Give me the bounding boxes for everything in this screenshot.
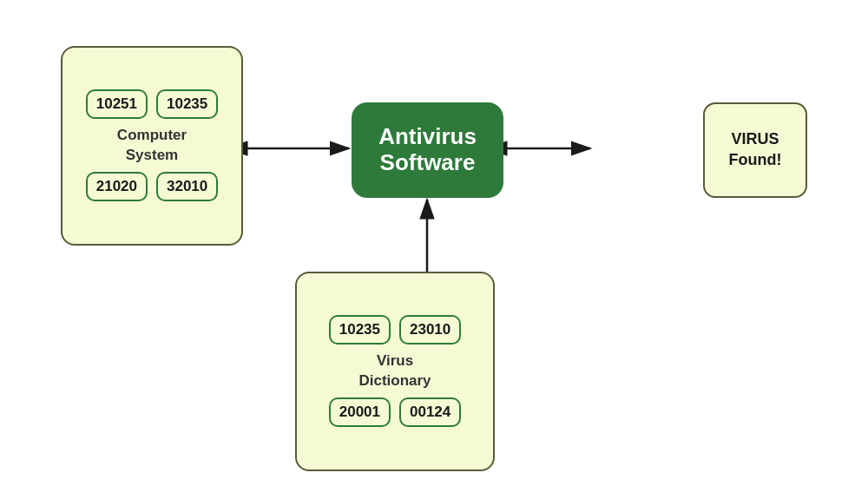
virus-found-box: VIRUSFound!	[703, 102, 807, 198]
chip-10251: 10251	[86, 89, 148, 119]
chip-23010: 23010	[399, 315, 461, 345]
computer-system-box: 10251 10235 ComputerSystem 21020 32010	[61, 46, 243, 246]
computer-chips-row-bottom: 21020 32010	[86, 172, 219, 201]
virus-found-label: VIRUSFound!	[729, 129, 782, 170]
chip-00124: 00124	[399, 397, 461, 427]
dictionary-label: VirusDictionary	[358, 351, 431, 390]
chip-10235: 10235	[156, 89, 218, 119]
chip-32010: 32010	[156, 172, 218, 201]
computer-chips-row-top: 10251 10235	[86, 89, 219, 119]
computer-label: ComputerSystem	[117, 126, 187, 164]
diagram: 10251 10235 ComputerSystem 21020 32010 A…	[43, 20, 825, 480]
dictionary-chips-row-top: 10235 23010	[329, 315, 462, 345]
antivirus-label: AntivirusSoftware	[378, 124, 477, 176]
virus-dictionary-box: 10235 23010 VirusDictionary 20001 00124	[295, 272, 495, 471]
antivirus-box: AntivirusSoftware	[352, 102, 503, 198]
dictionary-chips-row-bottom: 20001 00124	[329, 397, 462, 427]
chip-21020: 21020	[86, 172, 148, 201]
chip-10235-dict: 10235	[329, 315, 391, 345]
chip-20001: 20001	[329, 397, 391, 427]
